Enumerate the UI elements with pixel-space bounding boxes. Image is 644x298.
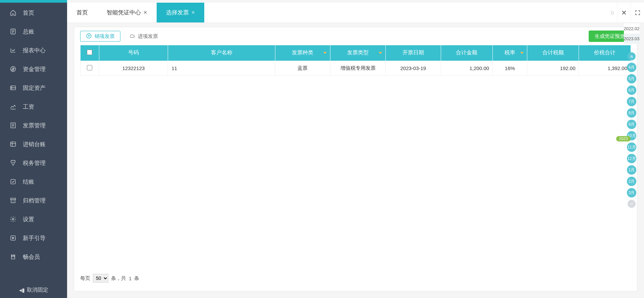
tab-1[interactable]: 智能凭证中心× xyxy=(97,3,157,22)
sidebar-item-label: 固定资产 xyxy=(23,84,46,92)
sidebar-item-label: 报表中心 xyxy=(23,47,46,54)
fullscreen-button[interactable] xyxy=(631,3,644,22)
sidebar-unpin-label: 取消固定 xyxy=(27,287,48,294)
sidebar-item-ledger[interactable]: 总账 xyxy=(0,22,67,41)
tab-label: 智能凭证中心 xyxy=(107,9,141,16)
col-type[interactable]: 发票类型 xyxy=(330,45,386,61)
period-month-4月[interactable]: 4月 xyxy=(627,63,636,72)
svg-rect-5 xyxy=(11,179,15,184)
period-month-5月[interactable]: 5月 xyxy=(627,74,636,83)
inout-icon xyxy=(9,140,17,148)
col-tax: 合计税额 xyxy=(527,45,579,61)
period-month-6月[interactable]: 6月 xyxy=(627,85,636,95)
content: 销项发票 进项发票 生成凭证预览 号码客户名称发票种类发票类型开票日期合计金额税… xyxy=(67,23,644,298)
sidebar-item-label: 总账 xyxy=(23,28,34,36)
close-all-tabs-button[interactable]: ✕ xyxy=(617,3,631,22)
pager-unit-label: 条，共 xyxy=(111,275,126,282)
sidebar-item-label: 归档管理 xyxy=(23,197,46,204)
fund-icon xyxy=(9,65,17,73)
period-month-12月[interactable]: 12月 xyxy=(627,154,636,163)
sidebar-item-invoice[interactable]: 发票管理 xyxy=(0,116,67,135)
svg-point-8 xyxy=(12,219,14,220)
archive-icon xyxy=(9,197,17,204)
tab-2[interactable]: 选择发票× xyxy=(157,3,205,22)
period-month-7月[interactable]: 7月 xyxy=(627,97,636,106)
sidebar-item-asset[interactable]: 固定资产 xyxy=(0,78,67,97)
period-year-badge: 2023 xyxy=(616,136,631,141)
col-label: 发票种类 xyxy=(292,50,313,55)
col-rate[interactable]: 税率 xyxy=(493,45,527,61)
col-label: 号码 xyxy=(128,50,139,55)
sidebar-item-inout[interactable]: 进销台账 xyxy=(0,135,67,154)
period-year-2023-03[interactable]: 2023.03 xyxy=(624,34,640,44)
tab-label: 选择发票 xyxy=(166,9,189,16)
sidebar-item-fund[interactable]: 资金管理 xyxy=(0,60,67,78)
pager-per-label: 每页 xyxy=(80,275,90,282)
ledger-icon xyxy=(9,28,17,35)
sidebar-item-report[interactable]: 报表中心 xyxy=(0,41,67,60)
tab-label: 首页 xyxy=(76,9,88,16)
sidebar-item-member[interactable]: 畅会员 xyxy=(0,247,67,266)
period-month-11月[interactable]: 11月 xyxy=(627,142,636,152)
cloud-download-icon xyxy=(86,33,92,40)
col-number: 号码 xyxy=(99,45,168,61)
subtab-output-invoice[interactable]: 销项发票 xyxy=(80,31,120,42)
sidebar-item-home[interactable]: 首页 xyxy=(0,3,67,22)
header-tabs: 首页智能凭证中心×选择发票× ⟩⟩ ✕ xyxy=(67,3,644,23)
sidebar-item-close[interactable]: 结账 xyxy=(0,172,67,191)
col-customer: 客户名称 xyxy=(168,45,275,61)
sort-desc-icon[interactable] xyxy=(379,52,382,54)
period-month-2月[interactable]: 2月 xyxy=(627,177,636,186)
sidebar-item-label: 税务管理 xyxy=(23,159,46,167)
table-row[interactable]: 1232212311蓝票增值税专用发票2023-03-191,200.0016%… xyxy=(80,61,631,75)
collapse-icon: ◂▮ xyxy=(19,287,25,293)
sidebar-item-archive[interactable]: 归档管理 xyxy=(0,191,67,210)
sidebar-item-gear[interactable]: 设置 xyxy=(0,210,67,229)
sidebar-item-tax[interactable]: 税务管理 xyxy=(0,154,67,172)
period-month-3月[interactable]: 3月 xyxy=(627,188,636,197)
main-area: 首页智能凭证中心×选择发票× ⟩⟩ ✕ 销项发票 进项发票 xyxy=(67,3,644,298)
cell-amount: 1,200.00 xyxy=(441,61,492,75)
subtab-output-label: 销项发票 xyxy=(95,33,115,40)
cell-number: 12322123 xyxy=(99,61,168,75)
cell-customer: 11 xyxy=(168,61,275,75)
tab-close-icon[interactable]: × xyxy=(192,9,195,16)
col-kind[interactable]: 发票种类 xyxy=(275,45,330,61)
top-accent-strip xyxy=(0,0,67,3)
period-month-1月[interactable]: 1月 xyxy=(627,165,636,175)
invoice-table: 号码客户名称发票种类发票类型开票日期合计金额税率合计税额价税合计 1232212… xyxy=(80,45,631,76)
period-month-9月[interactable]: 9月 xyxy=(627,120,636,129)
cell-_chk[interactable] xyxy=(80,61,99,75)
svg-rect-4 xyxy=(11,142,16,146)
sort-desc-icon[interactable] xyxy=(323,52,327,54)
sidebar-item-label: 发票管理 xyxy=(23,122,46,129)
invoice-panel: 销项发票 进项发票 生成凭证预览 号码客户名称发票种类发票类型开票日期合计金额税… xyxy=(74,27,637,291)
close-icon xyxy=(9,178,17,185)
cell-kind: 蓝票 xyxy=(275,61,330,75)
sort-desc-icon[interactable] xyxy=(520,52,524,54)
sidebar-item-guide[interactable]: 新手引导 xyxy=(0,229,67,247)
col-date: 开票日期 xyxy=(386,45,441,61)
cell-tax: 192.00 xyxy=(527,61,579,75)
period-scroll-down-button[interactable] xyxy=(628,200,636,208)
col-label: 价税合计 xyxy=(594,50,615,55)
col-label: 客户名称 xyxy=(211,50,232,55)
member-icon xyxy=(9,253,17,260)
sidebar-item-salary[interactable]: 工资 xyxy=(0,97,67,116)
tabs-scroll-right-button[interactable]: ⟩⟩ xyxy=(607,3,617,22)
cloud-upload-icon xyxy=(129,33,135,40)
tab-0[interactable]: 首页 xyxy=(67,3,97,22)
page-size-select[interactable]: 50 xyxy=(93,274,108,283)
period-scroll-up-button[interactable] xyxy=(628,52,636,60)
select-all-checkbox[interactable] xyxy=(87,50,92,55)
tab-close-icon[interactable]: × xyxy=(144,9,147,16)
invoice-subtabs: 销项发票 进项发票 生成凭证预览 xyxy=(80,27,631,45)
salary-icon xyxy=(9,103,17,110)
period-year-2022-02[interactable]: 2022.02 xyxy=(624,23,640,34)
table-wrap: 号码客户名称发票种类发票类型开票日期合计金额税率合计税额价税合计 1232212… xyxy=(80,45,631,272)
asset-icon xyxy=(9,84,17,92)
row-checkbox[interactable] xyxy=(87,65,92,70)
sidebar-unpin-button[interactable]: ◂▮ 取消固定 xyxy=(0,282,67,298)
subtab-input-invoice[interactable]: 进项发票 xyxy=(124,31,163,42)
period-month-8月[interactable]: 8月 xyxy=(627,108,636,118)
